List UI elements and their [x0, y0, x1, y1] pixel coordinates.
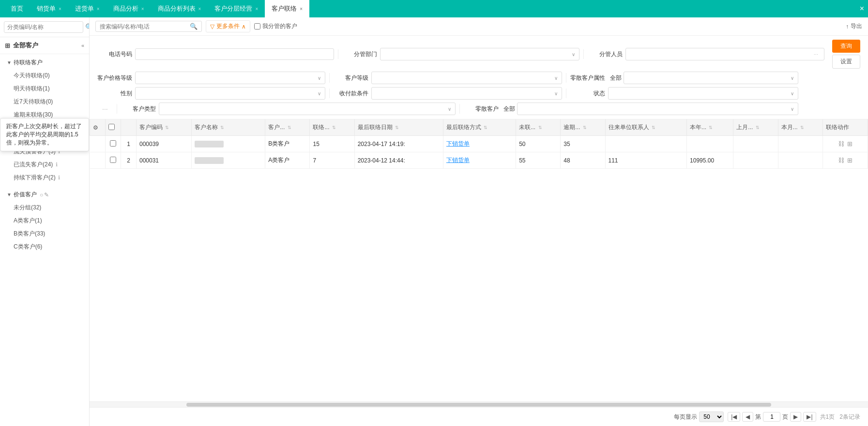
nav-close-customer-contact[interactable]: ×: [300, 6, 303, 12]
sidebar-lost-customers[interactable]: 已流失客户(24) ℹ: [0, 158, 89, 171]
row-checkbox-cell[interactable]: [106, 152, 121, 169]
edit2-icon[interactable]: ✎: [44, 191, 49, 198]
col-last-method-header[interactable]: 最后联络方式 ⇅: [443, 119, 516, 136]
nav-sales-order[interactable]: 销货单 ×: [30, 0, 68, 17]
horizontal-scrollbar[interactable]: [90, 401, 868, 407]
row-name: [191, 136, 265, 152]
divider3: [329, 73, 330, 83]
filter-status-select[interactable]: ∨: [608, 87, 798, 100]
nav-customer-contact[interactable]: 客户联络 ×: [265, 0, 309, 17]
col-not-contact-header[interactable]: 未联... ⇅: [516, 119, 561, 136]
nav-close-customer-tier[interactable]: ×: [255, 6, 258, 12]
all-customers-header[interactable]: ⊞ 全部客户 «: [0, 37, 89, 54]
nav-close-product-list[interactable]: ×: [198, 6, 201, 12]
sidebar-declining-customers[interactable]: 持续下滑客户(2) ℹ: [0, 171, 89, 184]
col-settings-header[interactable]: ⚙: [90, 119, 106, 136]
nav-product-list[interactable]: 商品分析列表 ×: [151, 0, 208, 17]
page-number-input[interactable]: [763, 412, 780, 422]
sidebar-ungroup[interactable]: 未分组(32): [0, 201, 89, 214]
link-icon[interactable]: ⛓: [838, 140, 844, 147]
info-icon3: ℹ: [56, 162, 58, 167]
filter-retail-customer-select[interactable]: ∨: [517, 103, 798, 115]
col-overdue-header[interactable]: 逾期... ⇅: [561, 119, 605, 136]
nav-close-purchase[interactable]: ×: [97, 6, 100, 12]
waiting-contact-title[interactable]: ▼ 待联络客户: [0, 56, 89, 69]
filter-manager-select[interactable]: ···: [625, 48, 824, 60]
col-person-header[interactable]: 往来单位联系人 ⇅: [605, 119, 687, 136]
last-page-btn[interactable]: ▶|: [803, 412, 816, 422]
filter-customer-type-select[interactable]: ∨: [159, 103, 456, 115]
filter-phone-input[interactable]: [135, 48, 334, 60]
settings-gear-icon[interactable]: ⚙: [93, 124, 98, 131]
sidebar-search-input[interactable]: [4, 21, 83, 33]
col-last-month-header[interactable]: 上月... ⇅: [733, 119, 778, 136]
col-last-date-header[interactable]: 最后联络日期 ⇅: [354, 119, 443, 136]
col-code-header[interactable]: 客户编码 ⇅: [137, 119, 192, 136]
per-page-select[interactable]: 50 100 200: [699, 411, 724, 422]
total-info: 共1页 2条记录: [820, 413, 860, 421]
filter-dept-select[interactable]: ∨: [380, 48, 579, 60]
row-this-year: [687, 136, 733, 152]
sidebar-a-customers[interactable]: A类客户(1): [0, 214, 89, 227]
filter-search-input[interactable]: [100, 23, 187, 30]
first-page-btn[interactable]: |◀: [728, 412, 740, 422]
select-all-checkbox[interactable]: [108, 124, 115, 130]
filter-customer-level-field: 客户等级 ∨: [334, 72, 562, 84]
settings-button[interactable]: 设置: [832, 55, 860, 69]
chevron-down-icon9: ∨: [448, 106, 451, 112]
grid-action-icon[interactable]: ⊞: [847, 157, 853, 164]
nav-close-product-analysis[interactable]: ×: [141, 6, 144, 12]
prev-page-btn[interactable]: ◀: [742, 412, 753, 422]
filter-gender-select[interactable]: ∨: [135, 87, 325, 100]
sidebar-collapse-btn[interactable]: «: [81, 43, 84, 48]
col-checkbox-header[interactable]: [106, 119, 121, 136]
more-filter-btn[interactable]: ···: [97, 105, 113, 113]
row-last-method[interactable]: 下销货单: [443, 152, 516, 169]
col-contacts-header[interactable]: 联络... ⇅: [310, 119, 354, 136]
col-type-header[interactable]: 客户... ⇅: [265, 119, 310, 136]
nav-customer-tier[interactable]: 客户分层经营 ×: [208, 0, 265, 17]
next-page-btn[interactable]: ▶: [790, 412, 801, 422]
value-customers-title[interactable]: ▼ 价值客户 ○ ✎: [0, 188, 89, 201]
filter-icon: ▽: [210, 23, 214, 30]
window-close-button[interactable]: ×: [860, 4, 864, 13]
col-name-header[interactable]: 客户名称 ⇅: [191, 119, 265, 136]
filter-search-icon[interactable]: 🔍: [190, 23, 198, 30]
nav-close-sales[interactable]: ×: [59, 6, 61, 12]
scrollbar-thumb[interactable]: [186, 403, 771, 407]
nav-home[interactable]: 首页: [4, 0, 30, 17]
row-last-date: 2023-04-12 14:44:: [354, 152, 443, 169]
sidebar-search-icon[interactable]: 🔍: [85, 23, 90, 31]
edit-icon[interactable]: ○: [40, 191, 43, 198]
sidebar-today-contact[interactable]: 今天待联络(0): [0, 69, 89, 82]
filter-payment-select[interactable]: ∨: [371, 87, 562, 100]
divider2: [583, 49, 584, 59]
filter-my-customers[interactable]: 我分管的客户: [254, 22, 297, 30]
query-button[interactable]: 查询: [832, 40, 860, 53]
filter-customer-level-select[interactable]: ∨: [371, 72, 562, 84]
nav-product-analysis[interactable]: 商品分析 ×: [107, 0, 151, 17]
row-checkbox-cell[interactable]: [106, 136, 121, 152]
sidebar-7day-contact[interactable]: 近7天待联络(0): [0, 95, 89, 108]
sidebar-tomorrow-contact[interactable]: 明天待联络(1): [0, 82, 89, 95]
row-last-method[interactable]: 下销货单: [443, 136, 516, 152]
row-checkbox[interactable]: [110, 157, 116, 163]
row-checkbox[interactable]: [110, 140, 116, 147]
col-this-year-header[interactable]: 本年... ⇅: [687, 119, 733, 136]
sidebar-c-customers[interactable]: C类客户(6): [0, 240, 89, 253]
last-method-link[interactable]: 下销货单: [446, 157, 470, 163]
nav-purchase-order[interactable]: 进货单 ×: [68, 0, 107, 17]
grid-action-icon[interactable]: ⊞: [847, 140, 853, 147]
last-method-link[interactable]: 下销货单: [446, 140, 470, 147]
my-customers-checkbox[interactable]: [254, 23, 260, 29]
link-icon[interactable]: ⛓: [838, 157, 844, 164]
table-row: 1 000039 B类客户 15 2023-04-17 14:19: 下销货单 …: [90, 136, 868, 152]
export-button[interactable]: ↑ 导出: [846, 22, 862, 30]
sidebar-b-customers[interactable]: B类客户(33): [0, 227, 89, 240]
col-this-month-header[interactable]: 本月... ⇅: [778, 119, 822, 136]
filter-price-level-select[interactable]: ∨: [135, 72, 325, 84]
sidebar-search-area: 🔍: [0, 17, 89, 37]
filter-more-conditions[interactable]: ▽ 更多条件 ∧: [206, 20, 250, 32]
col-actions-header: 联络动作: [822, 119, 868, 136]
filter-retail-attr-select[interactable]: ∨: [624, 72, 798, 84]
